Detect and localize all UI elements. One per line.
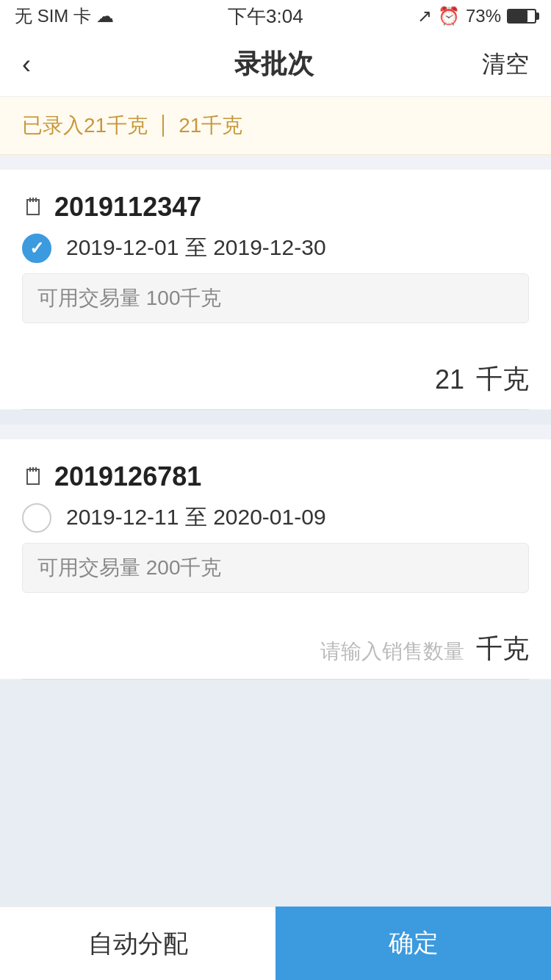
batch-2-checkbox[interactable] <box>22 503 51 533</box>
batch-card-1: 🗒 2019112347 2019-12-01 至 2019-12-30 可用交… <box>0 170 551 350</box>
status-time: 下午3:04 <box>228 4 303 29</box>
batch-2-date-row: 2019-12-11 至 2020-01-09 <box>22 502 529 533</box>
status-left: 无 SIM 卡 ☁ <box>15 4 114 28</box>
back-button[interactable]: ‹ <box>22 49 66 80</box>
auto-distribute-button[interactable]: 自动分配 <box>0 907 276 980</box>
batch-1-checkbox[interactable] <box>22 234 51 263</box>
status-bar: 无 SIM 卡 ☁ 下午3:04 ↗ ⏰ 73% <box>0 0 551 32</box>
page-title: 录批次 <box>234 46 314 82</box>
batch-1-unit: 千克 <box>476 361 529 397</box>
sim-label: 无 SIM 卡 ☁ <box>15 4 114 28</box>
battery-icon <box>507 9 536 24</box>
clear-button[interactable]: 清空 <box>482 48 529 81</box>
batch-1-icon: 🗒 <box>22 194 46 221</box>
info-label: 已录入21千克 <box>22 112 148 140</box>
info-value: 21千克 <box>179 112 242 140</box>
batch-1-available: 可用交易量 100千克 <box>22 273 529 323</box>
batch-1-id: 2019112347 <box>54 192 201 223</box>
batch-1-date: 2019-12-01 至 2019-12-30 <box>66 233 326 263</box>
nav-bar: ‹ 录批次 清空 <box>0 32 551 97</box>
batch-1-date-row: 2019-12-01 至 2019-12-30 <box>22 233 529 263</box>
batch-2-date: 2019-12-11 至 2020-01-09 <box>66 502 326 533</box>
batch-2-icon: 🗒 <box>22 464 46 491</box>
info-divider <box>162 115 164 137</box>
batch-2-quantity-input[interactable] <box>317 634 464 665</box>
bottom-bar: 自动分配 确定 <box>0 907 551 980</box>
location-icon: ↗ <box>417 6 432 26</box>
info-bar: 已录入21千克 21千克 <box>0 97 551 155</box>
batch-2-unit: 千克 <box>476 631 529 667</box>
batch-2-quantity-row: 千克 <box>0 619 551 679</box>
batch-1-quantity-input[interactable] <box>317 364 464 395</box>
status-right: ↗ ⏰ 73% <box>417 6 536 26</box>
batch-card-2: 🗒 2019126781 2019-12-11 至 2020-01-09 可用交… <box>0 439 551 619</box>
batch-1-quantity-row: 千克 <box>0 350 551 409</box>
alarm-icon: ⏰ <box>438 6 460 26</box>
batch-2-header: 🗒 2019126781 <box>22 461 529 492</box>
batch-2-id: 2019126781 <box>54 461 201 492</box>
battery-percent: 73% <box>466 6 501 26</box>
batch-2-available: 可用交易量 200千克 <box>22 543 529 593</box>
section-separator <box>0 410 551 425</box>
confirm-button[interactable]: 确定 <box>276 907 551 980</box>
batch-1-header: 🗒 2019112347 <box>22 192 529 223</box>
